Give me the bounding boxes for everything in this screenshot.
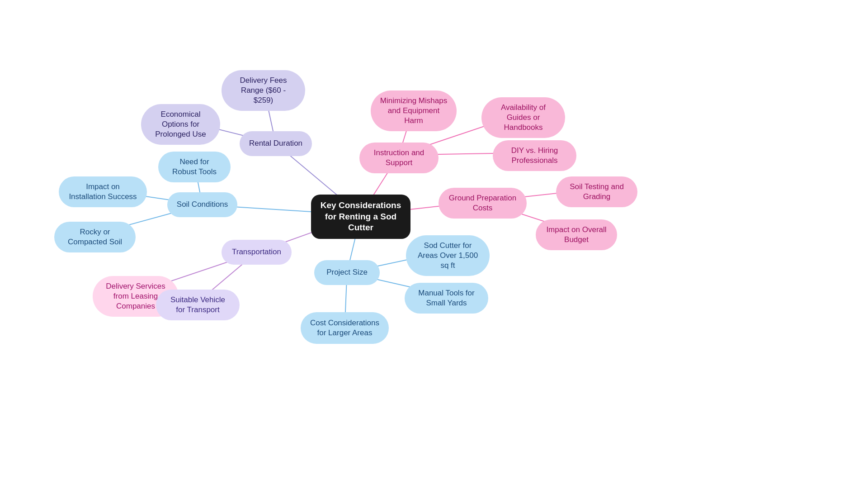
sod-cutter-large-node[interactable]: Sod Cutter for Areas Over 1,500 sq ft [406, 235, 490, 276]
minimizing-mishaps-node[interactable]: Minimizing Mishaps and Equipment Harm [371, 90, 457, 131]
delivery-fees-node[interactable]: Delivery Fees Range ($60 - $259) [222, 70, 305, 111]
manual-tools-node[interactable]: Manual Tools for Small Yards [405, 283, 488, 314]
project-size-node[interactable]: Project Size [314, 260, 380, 285]
suitable-vehicle-node[interactable]: Suitable Vehicle for Transport [156, 290, 240, 320]
availability-guides-node[interactable]: Availability of Guides or Handbooks [481, 97, 565, 138]
impact-installation-node[interactable]: Impact on Installation Success [59, 176, 147, 207]
soil-conditions-node[interactable]: Soil Conditions [167, 192, 237, 217]
impact-budget-node[interactable]: Impact on Overall Budget [536, 219, 617, 250]
cost-larger-node[interactable]: Cost Considerations for Larger Areas [301, 312, 389, 344]
need-robust-node[interactable]: Need for Robust Tools [158, 152, 231, 182]
rental-duration-node[interactable]: Rental Duration [240, 131, 312, 156]
transportation-node[interactable]: Transportation [222, 240, 292, 265]
diy-hiring-node[interactable]: DIY vs. Hiring Professionals [493, 140, 576, 171]
instruction-support-node[interactable]: Instruction and Support [359, 143, 439, 173]
ground-prep-node[interactable]: Ground Preparation Costs [439, 188, 527, 219]
center-node[interactable]: Key Considerations for Renting a Sod Cut… [311, 195, 410, 239]
mindmap-container: Key Considerations for Renting a Sod Cut… [0, 0, 868, 490]
soil-testing-node[interactable]: Soil Testing and Grading [556, 176, 637, 207]
economical-options-node[interactable]: Economical Options for Prolonged Use [141, 104, 220, 145]
rocky-soil-node[interactable]: Rocky or Compacted Soil [54, 222, 136, 252]
